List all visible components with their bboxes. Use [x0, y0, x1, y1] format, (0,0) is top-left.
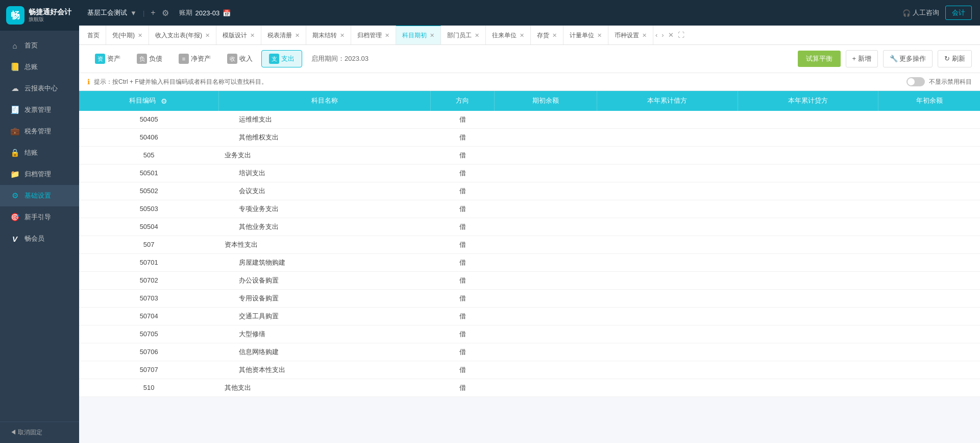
tab-unit[interactable]: 计量单位 ✕ — [564, 26, 608, 44]
tab-expand[interactable]: ⛶ — [676, 26, 687, 44]
row-ytd-debit — [597, 253, 738, 271]
add-workspace-icon[interactable]: + — [151, 8, 155, 17]
tab-currency[interactable]: 币种设置 ✕ — [608, 26, 653, 44]
table-row: 50706 信息网络购建 借 — [79, 343, 980, 361]
table-row: 50503 专项业务支出 借 — [79, 200, 980, 218]
tab-label: 模版设计 — [223, 31, 247, 40]
filter-tab-equity[interactable]: ≡ 净资产 — [171, 50, 218, 67]
tab-scroll-left[interactable]: ‹ — [653, 26, 659, 44]
table-row: 50703 专用设备购置 借 — [79, 289, 980, 307]
tab-close-icon[interactable]: ✕ — [205, 32, 210, 39]
row-ytd-credit — [738, 146, 878, 164]
sidebar-item-label: 结账 — [24, 148, 38, 157]
sidebar-item-tax[interactable]: 💼 税务管理 — [0, 121, 79, 142]
sidebar-item-invoice[interactable]: 🧾 发票管理 — [0, 99, 79, 121]
tab-scroll-right[interactable]: › — [659, 26, 666, 44]
row-opening — [495, 128, 597, 146]
tab-close-icon[interactable]: ✕ — [520, 32, 524, 39]
topbar-period: 账期 2023-03 📅 — [179, 8, 231, 17]
sidebar-collapse-btn[interactable]: ◀ 取消固定 — [0, 422, 79, 443]
sidebar-item-label: 总账 — [24, 62, 38, 72]
tab-close-all[interactable]: ✕ — [666, 26, 676, 44]
row-direction: 借 — [431, 236, 495, 253]
sidebar-item-member[interactable]: V 畅会员 — [0, 228, 79, 249]
tab-taxclear[interactable]: 税表清册 ✕ — [261, 26, 306, 44]
toggle-label: 不显示禁用科目 — [929, 78, 972, 86]
filter-tab-asset[interactable]: 资 资产 — [87, 50, 128, 67]
row-ytd-debit — [597, 379, 738, 397]
sidebar-item-label: 畅会员 — [24, 234, 44, 243]
period-label: 账期 — [179, 8, 192, 17]
row-code: 50504 — [79, 218, 218, 236]
sidebar-item-archive[interactable]: 📁 归档管理 — [0, 164, 79, 185]
row-code: 50701 — [79, 253, 218, 271]
help-btn[interactable]: 🎧 人工咨询 — [902, 8, 939, 17]
sidebar-item-home[interactable]: ⌂ 首页 — [0, 35, 79, 56]
tab-home[interactable]: 首页 — [81, 26, 106, 44]
tab-close-icon[interactable]: ✕ — [138, 32, 142, 39]
asset-icon: 资 — [95, 54, 105, 64]
row-name: 培训支出 — [218, 164, 430, 182]
tab-voucher[interactable]: 凭(中期) ✕ — [106, 26, 149, 44]
row-ytd-debit — [597, 164, 738, 182]
row-ytd-credit — [738, 218, 878, 236]
sidebar-item-reports[interactable]: ☁ 云报表中心 — [0, 78, 79, 99]
subjects-table: 科目编码 ⚙ 科目名称 方向 期初余额 本年累计借方 本年累计贷方 年初余额 5… — [79, 91, 980, 397]
row-ytd-debit — [597, 146, 738, 164]
row-name: 其他支出 — [218, 379, 430, 397]
sidebar-item-guide[interactable]: 🎯 新手引导 — [0, 206, 79, 228]
balance-btn[interactable]: 试算平衡 — [798, 51, 841, 67]
row-ytd-credit — [738, 128, 878, 146]
tab-close-icon[interactable]: ✕ — [475, 32, 479, 39]
row-name: 其他业务支出 — [218, 218, 430, 236]
tab-label: 首页 — [87, 31, 100, 40]
tab-close-icon[interactable]: ✕ — [430, 32, 434, 39]
row-year-opening — [878, 200, 980, 218]
tab-closing[interactable]: 期末结转 ✕ — [306, 26, 351, 44]
sidebar-item-settings[interactable]: ⚙ 基础设置 — [0, 185, 79, 206]
filter-tab-label: 支出 — [281, 54, 295, 63]
topbar-divider: | — [143, 9, 144, 17]
tab-dept[interactable]: 部门员工 ✕ — [441, 26, 486, 44]
workspace-settings-icon[interactable]: ⚙ — [162, 8, 169, 18]
row-name: 运维维支出 — [218, 111, 430, 129]
account-button[interactable]: 会计 — [945, 6, 972, 20]
tab-income[interactable]: 收入支出表(年报) ✕ — [149, 26, 216, 44]
table-row: 50502 会议支出 借 — [79, 182, 980, 200]
row-opening — [495, 182, 597, 200]
guide-icon: 🎯 — [10, 213, 19, 222]
row-ytd-debit — [597, 182, 738, 200]
disabled-toggle[interactable] — [906, 77, 925, 86]
tab-archive[interactable]: 归档管理 ✕ — [351, 26, 396, 44]
tab-close-icon[interactable]: ✕ — [385, 32, 389, 39]
refresh-btn[interactable]: ↻ 刷新 — [938, 50, 972, 67]
sidebar-item-closing[interactable]: 🔒 结账 — [0, 142, 79, 164]
filter-tab-expense[interactable]: 支 支出 — [261, 50, 302, 67]
row-direction: 借 — [431, 343, 495, 361]
row-year-opening — [878, 271, 980, 289]
tab-customers[interactable]: 往来单位 ✕ — [486, 26, 531, 44]
row-name: 其他维权支出 — [218, 128, 430, 146]
tab-label: 归档管理 — [357, 31, 382, 40]
filter-tab-income[interactable]: 收 收入 — [219, 50, 260, 67]
reports-icon: ☁ — [10, 84, 19, 93]
column-settings-icon[interactable]: ⚙ — [159, 97, 168, 106]
tab-close-icon[interactable]: ✕ — [340, 32, 345, 39]
row-ytd-debit — [597, 200, 738, 218]
tab-close-icon[interactable]: ✕ — [642, 32, 647, 39]
tab-subject-init[interactable]: 科目期初 ✕ — [396, 26, 441, 44]
tab-close-icon[interactable]: ✕ — [552, 32, 557, 39]
row-code: 50502 — [79, 182, 218, 200]
tab-close-icon[interactable]: ✕ — [250, 32, 255, 39]
tab-inventory[interactable]: 存货 ✕ — [531, 26, 564, 44]
add-btn[interactable]: + 新增 — [846, 50, 878, 67]
sidebar-item-ledger[interactable]: 📒 总账 — [0, 56, 79, 78]
tab-close-icon[interactable]: ✕ — [597, 32, 602, 39]
filter-tab-liability[interactable]: 负 负债 — [129, 50, 170, 67]
more-btn[interactable]: 🔧 更多操作 — [883, 50, 933, 67]
tab-template[interactable]: 模版设计 ✕ — [216, 26, 261, 44]
calendar-icon[interactable]: 📅 — [223, 9, 231, 17]
chevron-down-icon[interactable]: ▼ — [130, 9, 137, 17]
tab-close-icon[interactable]: ✕ — [295, 32, 300, 39]
sidebar-item-label: 云报表中心 — [24, 84, 58, 93]
